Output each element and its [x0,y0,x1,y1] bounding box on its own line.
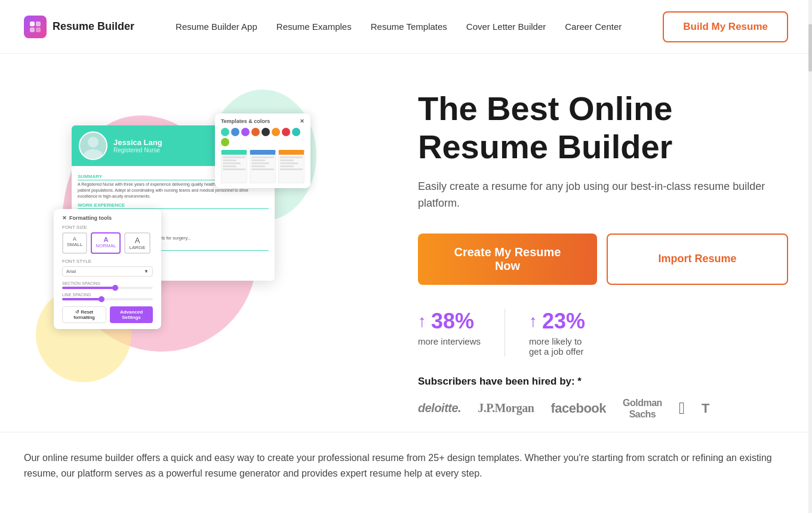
scrollbar-thumb [808,24,812,72]
swatch-orange[interactable] [251,128,260,136]
advanced-settings-button[interactable]: Advanced Settings [110,306,153,323]
line-spacing-fill [62,298,103,300]
logo-icon [24,16,47,38]
scrollbar[interactable] [808,0,812,500]
font-size-options: ASMALL ANORMAL ALARGE [62,232,153,254]
font-style-label: FONT STYLE [62,259,153,264]
nav-career-center[interactable]: Career Center [565,21,622,32]
nav-cover-letter[interactable]: Cover Letter Builder [466,21,546,32]
svg-point-5 [84,149,103,159]
swatch-red[interactable] [282,128,290,136]
logo[interactable]: Resume Builder [24,16,134,38]
stat-arrow-up-2: ↑ [529,312,537,331]
line-spacing-label: LINE SPACING [62,293,153,297]
swatch-cyan[interactable] [292,128,300,136]
build-my-resume-button[interactable]: Build My Resume [663,11,788,42]
svg-rect-2 [30,27,35,32]
formatting-panel: ✕ Formatting tools FONT SIZE ASMALL ANOR… [54,209,161,329]
hero-content: The Best Online Resume Builder Easily cr… [382,78,788,420]
svg-rect-3 [36,27,41,32]
hired-by-section: Subscribers have been hired by: * deloit… [418,376,788,420]
svg-point-4 [88,137,99,148]
resume-avatar [79,131,107,160]
logo-facebook: facebook [550,401,606,416]
stat-interviews-label: more interviews [418,336,481,346]
logo-apple:  [679,399,685,418]
font-size-normal[interactable]: ANORMAL [91,232,121,254]
nav-builder-app[interactable]: Resume Builder App [176,21,257,32]
template-preview-blue[interactable] [250,150,276,183]
swatch-teal[interactable] [221,128,229,136]
color-swatches [221,128,304,146]
logo-goldman-sachs: GoldmanSachs [623,397,662,420]
line-spacing-row: LINE SPACING [62,293,153,300]
nav-templates[interactable]: Resume Templates [371,21,447,32]
hero-illustration: Templates & colors ✕ [24,78,322,406]
logo-text: Resume Builder [53,20,134,33]
stat-interviews-number: ↑ 38% [418,309,481,334]
svg-rect-1 [36,21,41,26]
templates-panel: Templates & colors ✕ [215,113,310,188]
site-header: Resume Builder Resume Builder App Resume… [0,0,812,54]
logo-deloitte: deloitte. [418,401,461,415]
line-spacing-track[interactable] [62,298,153,300]
cta-row: Create My Resume Now Import Resume [418,234,788,285]
section-spacing-thumb [112,285,118,291]
font-size-label: FONT SIZE [62,225,153,230]
swatch-blue[interactable] [231,128,239,136]
template-preview-orange[interactable] [278,150,304,183]
swatch-dark[interactable] [262,128,270,136]
reset-formatting-button[interactable]: ↺ Reset formatting [62,306,106,323]
logo-tesla: T [702,401,710,416]
templates-panel-title: Templates & colors ✕ [221,118,304,124]
stat-job-offer: ↑ 23% more likely toget a job offer [529,309,609,357]
bottom-description: Our online resume builder offers a quick… [0,432,812,500]
hero-heading: The Best Online Resume Builder [418,90,788,167]
nav-examples[interactable]: Resume Examples [276,21,352,32]
resume-person-title: Registered Nurse [113,147,212,153]
stat-job-offer-number: ↑ 23% [529,309,585,334]
template-previews [221,150,304,183]
main-nav: Resume Builder App Resume Examples Resum… [176,21,622,32]
stat-interviews: ↑ 38% more interviews [418,309,505,357]
swatch-yellow[interactable] [272,128,280,136]
section-spacing-track[interactable] [62,287,153,289]
font-style-select[interactable]: Arial ▼ [62,266,153,277]
stat-job-offer-label: more likely toget a job offer [529,336,585,357]
resume-person-name: Jessica Lang [113,138,212,147]
svg-rect-0 [30,21,35,26]
swatch-purple[interactable] [241,128,250,136]
format-actions: ↺ Reset formatting Advanced Settings [62,306,153,323]
hired-by-title: Subscribers have been hired by: * [418,376,788,388]
stat-arrow-up-1: ↑ [418,312,426,331]
section-spacing-row: SECTION SPACING [62,281,153,289]
import-resume-button[interactable]: Import Resume [607,234,788,285]
template-preview-green[interactable] [221,150,247,183]
font-size-large[interactable]: ALARGE [124,232,150,254]
swatch-green[interactable] [221,138,229,146]
formatting-panel-title: ✕ Formatting tools [62,215,153,221]
company-logos: deloitte. J.P.Morgan facebook GoldmanSac… [418,397,788,420]
logo-jpmorgan: J.P.Morgan [478,401,534,415]
stats-row: ↑ 38% more interviews ↑ 23% more likely … [418,309,788,357]
line-spacing-thumb [99,296,104,302]
font-size-small[interactable]: ASMALL [62,232,87,254]
create-resume-button[interactable]: Create My Resume Now [418,234,597,285]
section-spacing-label: SECTION SPACING [62,281,153,285]
section-spacing-fill [62,287,116,289]
hero-subtitle: Easily create a resume for any job using… [418,179,776,212]
hero-section: Templates & colors ✕ [0,54,812,432]
resume-name-area: Jessica Lang Registered Nurse [113,138,212,153]
